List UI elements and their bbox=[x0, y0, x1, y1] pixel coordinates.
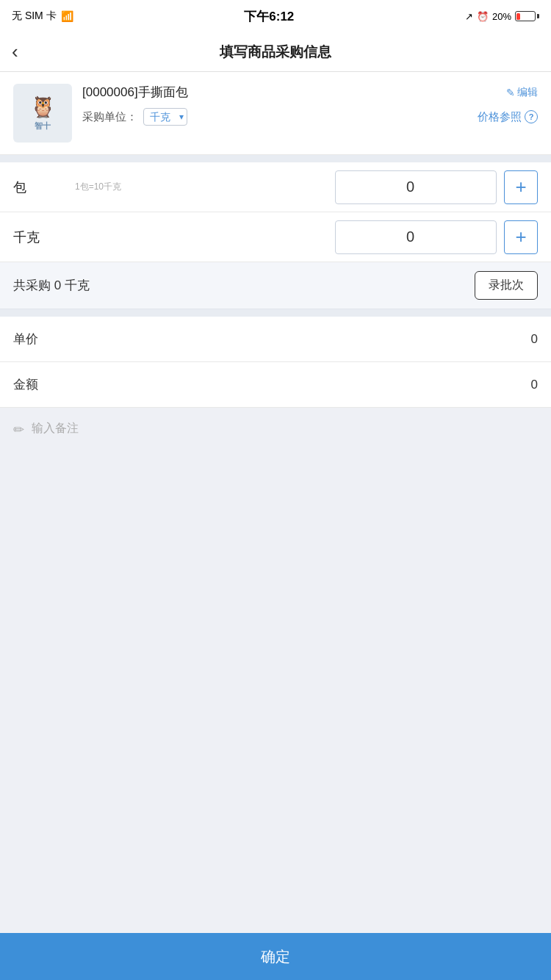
note-section[interactable]: ✏ 输入备注 bbox=[0, 408, 551, 466]
logo-brand-text: 智十 bbox=[35, 120, 51, 131]
owl-icon: 🦉 bbox=[30, 95, 56, 119]
kg-input-right: + bbox=[72, 220, 538, 254]
divider-1 bbox=[0, 155, 551, 162]
battery-indicator bbox=[515, 11, 539, 21]
status-left: 无 SIM 卡 📶 bbox=[12, 10, 73, 23]
wifi-icon: 📶 bbox=[61, 10, 73, 22]
status-time: 下午6:12 bbox=[244, 8, 294, 25]
product-unit-row: 采购单位： 千克 价格参照 ? bbox=[82, 108, 538, 126]
sim-label: 无 SIM 卡 bbox=[12, 10, 57, 23]
edit-icon: ✎ bbox=[506, 87, 515, 98]
confirm-button-label: 确定 bbox=[261, 947, 290, 967]
product-section: 🦉 智十 [0000006]手撕面包 ✎ 编辑 采购单位： 千克 bbox=[0, 72, 551, 155]
alarm-icon: ⏰ bbox=[477, 11, 489, 22]
location-icon: ↗ bbox=[465, 11, 473, 22]
unit-price-label: 单价 bbox=[13, 331, 38, 347]
edit-button[interactable]: ✎ 编辑 bbox=[506, 86, 538, 99]
bag-input-row: 包 1包=10千克 + bbox=[0, 162, 551, 212]
back-button[interactable]: ‹ bbox=[12, 40, 18, 63]
bag-sublabel: 1包=10千克 bbox=[75, 181, 121, 193]
bag-label: 包 bbox=[13, 179, 72, 196]
input-section: 包 1包=10千克 + 千克 + bbox=[0, 162, 551, 262]
product-logo: 🦉 智十 bbox=[13, 84, 72, 143]
status-right: ↗ ⏰ 20% bbox=[465, 11, 539, 22]
bag-quantity-input[interactable] bbox=[335, 170, 497, 204]
batch-button[interactable]: 录批次 bbox=[475, 271, 538, 300]
kg-plus-button[interactable]: + bbox=[504, 220, 538, 254]
product-info: [0000006]手撕面包 ✎ 编辑 采购单位： 千克 价格参照 bbox=[82, 84, 538, 126]
confirm-button[interactable]: 确定 bbox=[0, 933, 551, 980]
unit-price-row: 单价 0 bbox=[0, 317, 551, 362]
unit-select[interactable]: 千克 bbox=[143, 108, 187, 126]
bag-input-right: + bbox=[121, 170, 538, 204]
edit-label: 编辑 bbox=[517, 86, 538, 99]
kg-quantity-input[interactable] bbox=[335, 220, 497, 254]
nav-bar: ‹ 填写商品采购信息 bbox=[0, 32, 551, 72]
battery-percent: 20% bbox=[492, 11, 511, 22]
price-ref-button[interactable]: 价格参照 ? bbox=[478, 110, 538, 124]
unit-price-value: 0 bbox=[531, 332, 538, 347]
bag-plus-button[interactable]: + bbox=[504, 170, 538, 204]
amount-value: 0 bbox=[531, 378, 538, 392]
note-placeholder: 输入备注 bbox=[32, 421, 79, 436]
unit-label-text: 采购单位： 千克 bbox=[82, 108, 187, 126]
amount-row: 金额 0 bbox=[0, 362, 551, 408]
total-text: 共采购 0 千克 bbox=[13, 277, 90, 294]
empty-space bbox=[0, 466, 551, 933]
product-name: [0000006]手撕面包 bbox=[82, 84, 188, 101]
kg-label: 千克 bbox=[13, 228, 72, 246]
price-info-section: 单价 0 金额 0 bbox=[0, 317, 551, 408]
price-ref-icon: ? bbox=[525, 110, 538, 123]
page-title: 填写商品采购信息 bbox=[220, 43, 331, 62]
product-title-row: [0000006]手撕面包 ✎ 编辑 bbox=[82, 84, 538, 101]
main-content: 🦉 智十 [0000006]手撕面包 ✎ 编辑 采购单位： 千克 bbox=[0, 72, 551, 933]
divider-2 bbox=[0, 309, 551, 317]
price-ref-label: 价格参照 bbox=[478, 110, 522, 124]
status-bar: 无 SIM 卡 📶 下午6:12 ↗ ⏰ 20% bbox=[0, 0, 551, 32]
pencil-icon: ✏ bbox=[13, 422, 24, 438]
amount-label: 金额 bbox=[13, 376, 38, 393]
total-row: 共采购 0 千克 录批次 bbox=[0, 262, 551, 309]
unit-select-wrap[interactable]: 千克 bbox=[143, 108, 187, 126]
kg-input-row: 千克 + bbox=[0, 212, 551, 262]
